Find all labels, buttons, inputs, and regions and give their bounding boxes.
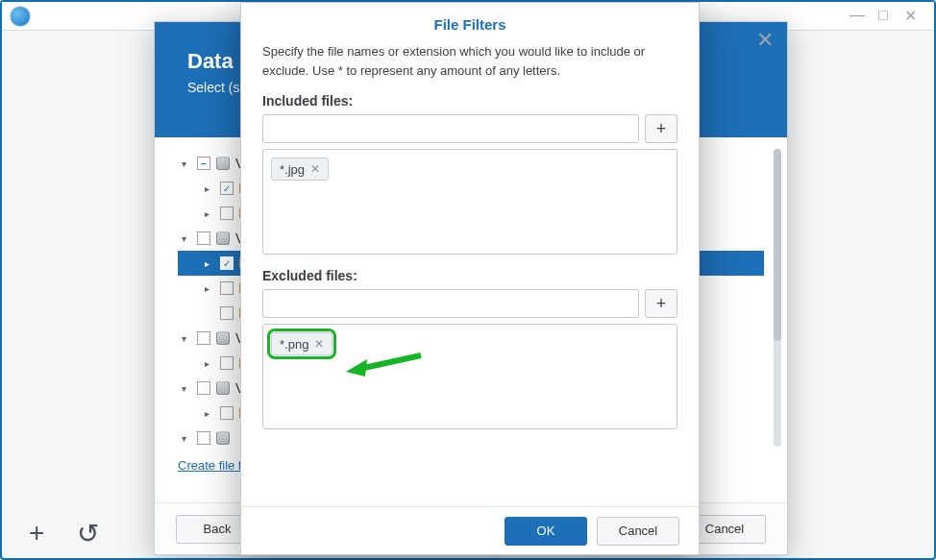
excluded-tag-list: *.png✕ — [262, 324, 677, 429]
cancel-button[interactable]: Cancel — [597, 517, 679, 546]
close-icon[interactable]: ✕ — [903, 7, 917, 25]
expand-arrow-icon[interactable]: ▸ — [205, 208, 214, 219]
expand-arrow-icon[interactable]: ▾ — [182, 158, 191, 169]
checkbox[interactable] — [220, 281, 234, 295]
volume-icon — [216, 231, 230, 245]
filter-tag-label: *.png — [280, 337, 308, 352]
dialog-intro: Specify the file names or extension whic… — [262, 42, 677, 80]
included-input[interactable] — [262, 114, 639, 143]
maximize-icon[interactable]: □ — [876, 7, 890, 25]
checkbox[interactable] — [220, 406, 234, 420]
excluded-files-label: Excluded files: — [262, 268, 677, 283]
dialog-title: File Filters — [241, 3, 699, 42]
expand-arrow-icon[interactable]: ▸ — [205, 283, 214, 294]
checkbox[interactable] — [197, 381, 210, 395]
volume-icon — [216, 381, 230, 395]
expand-arrow-icon[interactable]: ▸ — [205, 183, 214, 194]
volume-icon — [216, 331, 230, 345]
wizard-scrollbar[interactable] — [774, 149, 781, 447]
filter-tag[interactable]: *.jpg✕ — [271, 158, 329, 181]
checkbox[interactable] — [197, 331, 210, 345]
checkbox[interactable] — [220, 306, 234, 320]
excluded-add-button[interactable]: + — [645, 289, 677, 318]
expand-arrow-icon[interactable]: ▾ — [182, 433, 191, 444]
expand-arrow-icon[interactable]: ▸ — [205, 358, 214, 369]
volume-icon — [216, 157, 230, 170]
filter-tag-label: *.jpg — [280, 162, 305, 177]
app-logo — [10, 6, 31, 27]
remove-tag-icon[interactable]: ✕ — [314, 337, 324, 351]
checkbox[interactable] — [220, 182, 234, 195]
expand-arrow-icon[interactable]: ▾ — [182, 233, 191, 244]
add-task-button[interactable]: + — [29, 518, 44, 548]
expand-arrow-icon[interactable]: ▸ — [205, 258, 214, 269]
checkbox[interactable] — [220, 207, 234, 220]
volume-icon — [216, 431, 230, 445]
checkbox[interactable] — [197, 231, 210, 245]
included-tag-list: *.jpg✕ — [262, 149, 677, 255]
scrollbar-thumb[interactable] — [774, 149, 781, 341]
file-filters-dialog: File Filters Specify the file names or e… — [240, 2, 700, 555]
excluded-input[interactable] — [262, 289, 639, 318]
filter-tag[interactable]: *.png✕ — [271, 332, 333, 355]
checkbox[interactable] — [197, 431, 210, 445]
included-add-button[interactable]: + — [645, 114, 677, 143]
expand-arrow-icon[interactable]: ▾ — [182, 383, 191, 394]
checkbox[interactable] — [197, 157, 210, 170]
expand-arrow-icon[interactable]: ▾ — [182, 333, 191, 344]
included-files-label: Included files: — [262, 93, 677, 109]
minimize-icon[interactable]: — — [850, 7, 863, 25]
expand-arrow-icon[interactable]: ▸ — [205, 408, 214, 419]
checkbox[interactable] — [220, 256, 234, 270]
remove-tag-icon[interactable]: ✕ — [310, 162, 320, 176]
wizard-close-icon[interactable]: ✕ — [756, 28, 774, 53]
ok-button[interactable]: OK — [505, 517, 587, 546]
history-button[interactable]: ↺ — [77, 518, 99, 549]
checkbox[interactable] — [220, 356, 234, 370]
